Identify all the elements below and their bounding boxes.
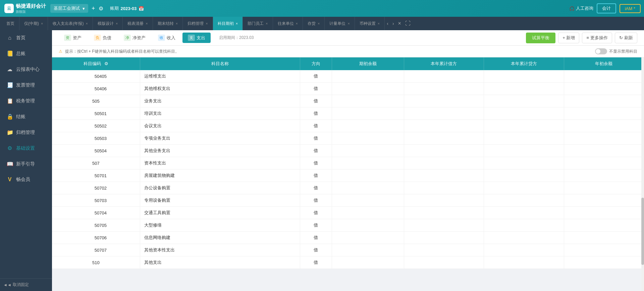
table-row[interactable]: 50703专用设备购置借 <box>52 194 644 207</box>
more-operations-button[interactable]: ≡ 更多操作 <box>582 33 612 43</box>
table-row[interactable]: 50502会议支出借 <box>52 120 644 132</box>
tab-template[interactable]: 模版设计 × <box>93 17 123 30</box>
table-row[interactable]: 50504其他业务支出借 <box>52 145 644 157</box>
cell-ytd-debit <box>404 194 484 207</box>
cell-ytd-debit <box>404 256 484 269</box>
tab-label: 模版设计 <box>98 21 114 27</box>
sub-tab-label: 收入 <box>167 35 175 41</box>
tab-prev-icon[interactable]: ‹ <box>385 21 390 26</box>
cell-direction: 借 <box>300 219 332 232</box>
tab-subject-initial[interactable]: 科目期初 × <box>213 17 243 30</box>
sidebar-item-archive[interactable]: 📁 归档管理 <box>0 125 52 140</box>
table-row[interactable]: 50406其他维权支出借 <box>52 83 644 95</box>
table-row[interactable]: 50503专项业务支出借 <box>52 132 644 145</box>
sidebar-item-home[interactable]: ⌂ 首页 <box>0 30 52 46</box>
sidebar-item-invoice[interactable]: 🧾 发票管理 <box>0 77 52 93</box>
table-row[interactable]: 50701房屋建筑物购建借 <box>52 169 644 182</box>
close-icon[interactable]: × <box>296 21 298 26</box>
close-icon[interactable]: × <box>347 21 350 26</box>
company-selector[interactable]: 基层工会测试 ▾ <box>50 4 88 13</box>
scrollbar[interactable] <box>641 57 644 291</box>
cell-ytd-credit <box>484 70 564 83</box>
balance-button[interactable]: 试算平衡 <box>526 33 555 43</box>
sidebar-item-tax[interactable]: 📋 税务管理 <box>0 93 52 109</box>
tab-archive[interactable]: 归档管理 × <box>183 17 213 30</box>
sub-tab-income[interactable]: 收 收入 <box>153 33 181 43</box>
tab-home[interactable]: 首页 <box>2 17 19 30</box>
cell-ytd-debit <box>404 145 484 157</box>
tab-label: 往来单位 <box>278 21 294 27</box>
cell-code: 50501 <box>52 107 140 120</box>
sub-tab-net-asset[interactable]: 净 净资产 <box>118 33 151 43</box>
table-row[interactable]: 50501培训支出借 <box>52 107 644 120</box>
sub-tab-label: 支出 <box>197 35 205 41</box>
close-icon[interactable]: × <box>146 21 148 26</box>
table-row[interactable]: 50706信息网络购建借 <box>52 232 644 244</box>
cell-ytd-debit <box>404 169 484 182</box>
refresh-button[interactable]: ↻ 刷新 <box>615 33 637 43</box>
tab-unit[interactable]: 计量单位 × <box>325 17 355 30</box>
close-icon[interactable]: × <box>378 21 380 26</box>
tab-tax-table[interactable]: 税表清册 × <box>123 17 153 30</box>
sidebar-item-ledger[interactable]: 📒 总账 <box>0 46 52 61</box>
table-row[interactable]: 50702办公设备购置借 <box>52 182 644 194</box>
sub-tab-liability[interactable]: 负 负债 <box>89 33 117 43</box>
table-row[interactable]: 50707其他资本性支出借 <box>52 244 644 256</box>
close-all-tabs-icon[interactable]: × <box>396 20 403 27</box>
cell-year-initial <box>564 169 644 182</box>
iam-button[interactable]: iAM * <box>620 4 641 13</box>
cell-direction: 借 <box>300 70 332 83</box>
close-icon[interactable]: × <box>266 21 268 26</box>
tab-currency[interactable]: 币种设置 × <box>355 17 385 30</box>
expand-icon[interactable]: ⛶ <box>403 20 413 27</box>
tab-midterm[interactable]: 仅(中期) × <box>19 17 48 30</box>
expense-icon: 支 <box>188 35 195 41</box>
cell-ytd-debit <box>404 132 484 145</box>
cell-direction: 借 <box>300 83 332 95</box>
sidebar-item-cloud-report[interactable]: ☁ 云报表中心 <box>0 61 52 77</box>
cell-name: 专用设备购置 <box>140 194 300 207</box>
company-name: 基层工会测试 <box>54 5 80 11</box>
tab-label: 科目期初 <box>218 21 234 27</box>
tab-contacts[interactable]: 往来单位 × <box>273 17 303 30</box>
table-row[interactable]: 50405运维维支出借 <box>52 70 644 83</box>
calendar-icon[interactable]: 📅 <box>139 6 144 11</box>
help-button[interactable]: 🎧 人工咨询 <box>569 5 593 11</box>
close-icon[interactable]: × <box>318 21 320 26</box>
close-icon[interactable]: × <box>206 21 208 26</box>
add-button[interactable]: + 新增 <box>558 33 579 43</box>
sidebar-item-vip[interactable]: V 畅会员 <box>0 172 52 187</box>
cell-code: 50503 <box>52 132 140 145</box>
disable-toggle[interactable]: 不显示禁用科目 <box>595 48 637 54</box>
tab-next-icon[interactable]: › <box>390 21 396 26</box>
scrollbar-thumb[interactable] <box>641 198 644 265</box>
settings-icon[interactable]: ⚙ <box>99 5 103 12</box>
tab-department[interactable]: 部门员工 × <box>243 17 273 30</box>
table-row[interactable]: 50704交通工具购置借 <box>52 207 644 219</box>
toggle-track[interactable] <box>595 48 607 54</box>
add-tab-icon[interactable]: + <box>92 5 95 12</box>
sub-tab-expense[interactable]: 支 支出 <box>182 33 211 43</box>
close-icon[interactable]: × <box>176 21 178 26</box>
close-icon[interactable]: × <box>41 21 43 26</box>
col-settings-icon[interactable]: ⚙ <box>104 61 108 66</box>
close-icon[interactable]: × <box>116 21 118 26</box>
close-icon[interactable]: × <box>236 21 238 26</box>
table-row[interactable]: 507资本性支出借 <box>52 157 644 169</box>
sidebar-pin-toggle[interactable]: ◄◄ 取消固定 <box>0 278 52 291</box>
cell-ytd-debit <box>404 232 484 244</box>
table-row[interactable]: 50705大型修缮借 <box>52 219 644 232</box>
sub-tab-asset[interactable]: 资 资产 <box>59 33 87 43</box>
tab-inventory[interactable]: 存货 × <box>303 17 325 30</box>
close-icon[interactable]: × <box>86 21 88 26</box>
sidebar-item-guide[interactable]: 📖 新手引导 <box>0 156 52 172</box>
cell-ytd-credit <box>484 232 564 244</box>
cell-name: 其他维权支出 <box>140 83 300 95</box>
table-row[interactable]: 510其他支出借 <box>52 256 644 269</box>
table-row[interactable]: 505业务支出借 <box>52 95 644 107</box>
tab-period-transfer[interactable]: 期末结转 × <box>153 17 183 30</box>
sidebar-item-settings[interactable]: ⚙ 基础设置 <box>0 140 52 156</box>
tab-annual-report[interactable]: 收入支出表(年报) × <box>48 17 93 30</box>
account-button[interactable]: 会计 <box>597 3 616 13</box>
sidebar-item-checkout[interactable]: 🔒 结账 <box>0 109 52 125</box>
